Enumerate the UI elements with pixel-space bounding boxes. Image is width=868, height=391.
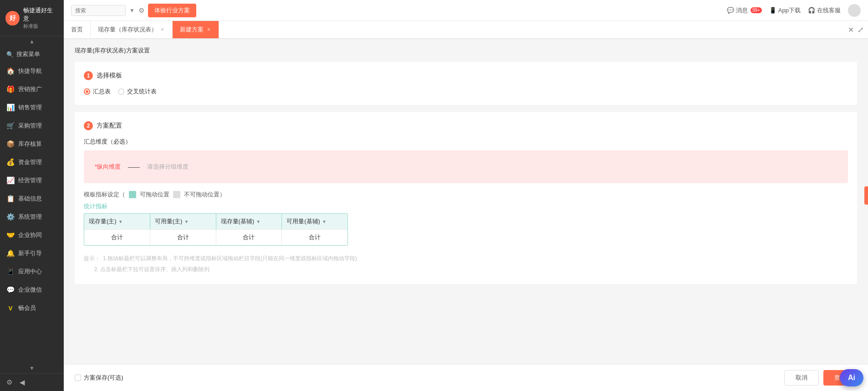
sidebar-logo: 好 畅捷通好生意 标准版 bbox=[0, 0, 64, 36]
statistics-label: 统计指标 bbox=[84, 203, 107, 210]
purchase-icon: 🛒 bbox=[6, 122, 15, 130]
sidebar-item-enterprise-wechat[interactable]: 💬 企业微信 bbox=[0, 281, 64, 299]
sidebar-item-quick-nav[interactable]: 🏠 快捷导航 bbox=[0, 62, 64, 80]
guide-icon: 🔔 bbox=[6, 249, 15, 257]
sidebar-item-cooperation[interactable]: 🤝 企业协同 bbox=[0, 226, 64, 244]
tips-item-1: 提示： 1.拖动标题栏可以调整布局，不可跨维度或指标区域拖动栏目字段(只能在同一… bbox=[84, 253, 848, 264]
col2-chevron[interactable]: ▼ bbox=[184, 219, 189, 224]
topbar-left: ▼ ⚙ 体验行业方案 bbox=[71, 4, 196, 17]
gift-icon: 🎁 bbox=[6, 85, 15, 93]
topbar: ▼ ⚙ 体验行业方案 💬 消息 99+ 📱 App下载 🎧 在线客服 bbox=[64, 0, 868, 21]
topbar-app-download[interactable]: 📱 App下载 bbox=[769, 6, 801, 15]
section-step2: 2 方案配置 汇总维度（必选） *纵向维度 —— 请选择分组维度 模板指标设定（… bbox=[75, 112, 857, 284]
step1-title: 选择模板 bbox=[97, 72, 122, 80]
sidebar-item-basic[interactable]: 📋 基础信息 bbox=[0, 190, 64, 208]
tab-inventory-status[interactable]: 现存量（库存状况表） × bbox=[91, 21, 173, 38]
indicator-table-header: 现存量(主) ▼ 可用量(主) ▼ 现存量(基辅) ▼ 可用量(基辅) bbox=[84, 214, 347, 229]
tabbar: 首页 现存量（库存状况表） × 新建方案 × ✕ ⤢ bbox=[64, 21, 868, 39]
sidebar-item-vip[interactable]: V 畅会员 bbox=[0, 299, 64, 317]
dim-placeholder: 请选择分组维度 bbox=[147, 163, 189, 171]
main-area: ▼ ⚙ 体验行业方案 💬 消息 99+ 📱 App下载 🎧 在线客服 首页 bbox=[64, 0, 868, 391]
ai-bubble[interactable]: Ai bbox=[840, 369, 863, 386]
save-checkbox[interactable] bbox=[75, 375, 81, 381]
search-input[interactable] bbox=[71, 5, 126, 16]
col4-chevron[interactable]: ▼ bbox=[322, 219, 327, 224]
radio-summary-dot bbox=[86, 90, 88, 93]
experience-button[interactable]: 体验行业方案 bbox=[148, 4, 196, 17]
content-area: 现存量(库存状况表)方案设置 1 选择模板 汇总表 交叉统计表 bbox=[64, 39, 868, 364]
sidebar-item-purchase[interactable]: 🛒 采购管理 bbox=[0, 117, 64, 135]
dimension-box[interactable]: *纵向维度 —— 请选择分组维度 bbox=[84, 150, 848, 183]
save-checkbox-label[interactable]: 方案保存(可选) bbox=[75, 374, 123, 382]
finance-icon: 💰 bbox=[6, 158, 15, 166]
tab-new-plan[interactable]: 新建方案 × bbox=[173, 21, 219, 38]
tabbar-expand-button[interactable]: ⤢ bbox=[858, 26, 863, 34]
sidebar-nav: 🔍 搜索菜单 🏠 快捷导航 🎁 营销推广 📊 销售管理 🛒 采购管理 📦 库存核… bbox=[0, 46, 64, 363]
sidebar-item-guide[interactable]: 🔔 新手引导 bbox=[0, 244, 64, 262]
tab-new-plan-close[interactable]: × bbox=[206, 26, 211, 33]
radio-summary[interactable]: 汇总表 bbox=[84, 87, 111, 96]
col3-header[interactable]: 现存量(基辅) ▼ bbox=[216, 214, 282, 229]
non-draggable-badge bbox=[173, 191, 180, 198]
col4-header[interactable]: 可用量(基辅) ▼ bbox=[282, 214, 347, 229]
sidebar-item-app-center[interactable]: 📱 应用中心 bbox=[0, 262, 64, 281]
message-icon: 💬 bbox=[727, 7, 734, 14]
vip-icon: V bbox=[6, 305, 15, 312]
app-download-icon: 📱 bbox=[769, 7, 776, 14]
col1-chevron[interactable]: ▼ bbox=[118, 219, 123, 224]
topbar-right: 💬 消息 99+ 📱 App下载 🎧 在线客服 bbox=[727, 4, 861, 17]
step2-badge: 2 bbox=[84, 121, 93, 130]
col2-header[interactable]: 可用量(主) ▼ bbox=[150, 214, 216, 229]
system-icon: ⚙️ bbox=[6, 213, 15, 221]
sidebar-item-sales[interactable]: 📊 销售管理 bbox=[0, 98, 64, 117]
tab-home[interactable]: 首页 bbox=[64, 21, 91, 38]
template-radio-group: 汇总表 交叉统计表 bbox=[84, 87, 848, 96]
business-icon: 📈 bbox=[6, 176, 15, 185]
tab-inventory-status-close[interactable]: × bbox=[160, 26, 165, 33]
sidebar-logo-text: 畅捷通好生意 标准版 bbox=[23, 6, 58, 30]
page-title: 现存量(库存状况表)方案设置 bbox=[75, 46, 857, 55]
settings-icon[interactable]: ⚙ bbox=[6, 378, 12, 386]
user-avatar[interactable] bbox=[848, 4, 861, 17]
indicator-table: 现存量(主) ▼ 可用量(主) ▼ 现存量(基辅) ▼ 可用量(基辅) bbox=[84, 213, 348, 246]
sidebar-item-finance[interactable]: 💰 资金管理 bbox=[0, 153, 64, 171]
sidebar-scroll-up[interactable]: ▲ bbox=[0, 36, 64, 46]
sidebar-collapse-icon[interactable]: ◀ bbox=[20, 378, 25, 386]
cancel-button[interactable]: 取消 bbox=[784, 370, 819, 386]
indicator-table-row: 合计 合计 合计 合计 bbox=[84, 229, 347, 245]
indicator-label: 模板指标设定（ 可拖动位置 不可拖动位置） bbox=[84, 190, 848, 199]
tips-section: 提示： 1.拖动标题栏可以调整布局，不可跨维度或指标区域拖动栏目字段(只能在同一… bbox=[84, 253, 848, 275]
cooperation-icon: 🤝 bbox=[6, 231, 15, 239]
topbar-message[interactable]: 💬 消息 99+ bbox=[727, 6, 762, 15]
sales-icon: 📊 bbox=[6, 103, 15, 112]
step1-badge: 1 bbox=[84, 71, 93, 80]
app-logo-icon: 好 bbox=[5, 11, 20, 26]
topbar-online-service[interactable]: 🎧 在线客服 bbox=[808, 6, 841, 15]
radio-summary-circle bbox=[84, 88, 90, 95]
col2-cell: 合计 bbox=[150, 229, 216, 245]
search-icon: 🔍 bbox=[6, 51, 14, 58]
tabbar-close-button[interactable]: ✕ bbox=[848, 26, 854, 34]
col1-header[interactable]: 现存量(主) ▼ bbox=[84, 214, 150, 229]
wechat-icon: 💬 bbox=[6, 286, 15, 294]
home-icon: 🏠 bbox=[6, 67, 15, 75]
sidebar-item-inventory[interactable]: 📦 库存核算 bbox=[0, 135, 64, 153]
section-step1: 1 选择模板 汇总表 交叉统计表 bbox=[75, 62, 857, 105]
dim-arrow: —— bbox=[128, 164, 140, 170]
side-drag-handle[interactable] bbox=[864, 186, 868, 205]
tips-item-2: 2. 点击标题栏下拉可设置排序、插入列和删除列 bbox=[84, 264, 848, 275]
radio-crosstab-circle bbox=[118, 88, 124, 95]
sidebar-item-business[interactable]: 📈 经营管理 bbox=[0, 171, 64, 190]
topbar-gear-icon[interactable]: ⚙ bbox=[138, 6, 144, 15]
summary-dim-label: 汇总维度（必选） bbox=[84, 138, 848, 146]
draggable-badge bbox=[129, 191, 136, 198]
sidebar: 好 畅捷通好生意 标准版 ▲ 🔍 搜索菜单 🏠 快捷导航 🎁 营销推广 📊 销售… bbox=[0, 0, 64, 391]
sidebar-scroll-down[interactable]: ▼ bbox=[0, 363, 64, 373]
dropdown-icon[interactable]: ▼ bbox=[129, 7, 135, 14]
step2-title: 方案配置 bbox=[97, 122, 122, 130]
sidebar-item-search-menu[interactable]: 🔍 搜索菜单 bbox=[0, 46, 64, 62]
radio-crosstab[interactable]: 交叉统计表 bbox=[118, 87, 157, 96]
sidebar-item-marketing[interactable]: 🎁 营销推广 bbox=[0, 80, 64, 98]
sidebar-item-system[interactable]: ⚙️ 系统管理 bbox=[0, 208, 64, 226]
col3-chevron[interactable]: ▼ bbox=[256, 219, 260, 224]
